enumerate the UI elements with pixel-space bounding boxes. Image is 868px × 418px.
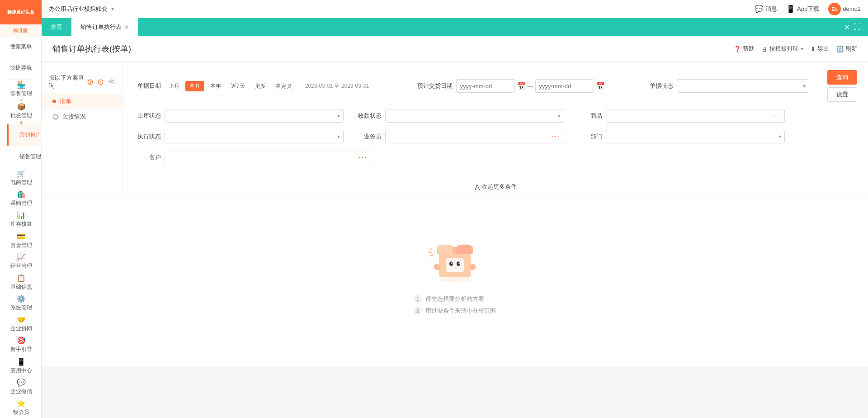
tab-close-all-icon[interactable]: ✕ — [844, 23, 850, 32]
export-btn[interactable]: ⬇ 导出 — [811, 45, 829, 53]
sidebar-item-system[interactable]: ⚙️ 系统管理 — [0, 293, 42, 314]
filter-goods-input-box[interactable]: ··· — [606, 109, 785, 123]
tab-home-label: 首页 — [51, 23, 62, 31]
date-cal-icon-end[interactable]: 📅 — [596, 82, 605, 90]
sidebar-item-finance-label: 资金管理 — [10, 242, 32, 249]
query-button[interactable]: 查询 — [827, 70, 857, 85]
filter-execution-status-select[interactable] — [165, 130, 344, 143]
sidebar-item-corp[interactable]: 🤝 企业协同 — [0, 314, 42, 334]
filter-salesperson-input-box[interactable]: ··· — [385, 130, 564, 143]
print-btn[interactable]: 🖨 按模板打印 ▾ — [762, 45, 803, 53]
svg-point-8 — [458, 262, 460, 264]
page-header: 销售订单执行表(按单) ❓ 帮助 🖨 按模板打印 ▾ ⬇ 导出 🔄 刷新 — [42, 36, 868, 62]
filter-row-1: 单据日期 上月 本月 本年 近7天 更多 自定义 2023-03-01 至 20… — [134, 70, 857, 102]
sidebar-item-wechat[interactable]: 💬 企业微信 — [0, 376, 42, 397]
empty-tips: 1 请先选择要分析的方案 2 用过滤条件来缩小分析范围 — [414, 295, 496, 315]
print-label: 按模板打印 — [769, 45, 799, 53]
topbar-app-btn[interactable]: 📱 App下载 — [786, 5, 819, 13]
date-btn-lastmonth[interactable]: 上月 — [165, 81, 184, 91]
sidebar-version-label: 标准版 — [0, 24, 42, 37]
svg-point-0 — [54, 115, 57, 119]
filter-sidebar-add-btn[interactable]: ⊕ — [87, 77, 94, 87]
filter-order-status-label: 单据状态 — [646, 82, 673, 90]
by-order-dot — [52, 100, 56, 103]
filter-main: 单据日期 上月 本月 本年 近7天 更多 自定义 2023-03-01 至 20… — [123, 63, 868, 179]
sidebar-item-wholesale[interactable]: 📦 批发管理 ▲ — [0, 102, 42, 124]
sidebar-item-inventory[interactable]: 📊 库存核算 — [0, 209, 42, 230]
sidebar-item-newbie[interactable]: 🎯 新手引导 — [0, 334, 42, 355]
collapse-label: 收起更多条件 — [481, 183, 517, 191]
filter-sidebar-title-bar: 按以下方案查询 ⊕ ⊙ ≪ — [42, 70, 123, 94]
goods-dots-btn[interactable]: ··· — [772, 112, 781, 120]
filter-sidebar-settings-btn[interactable]: ⊙ — [97, 77, 104, 87]
filter-department-select[interactable] — [606, 130, 785, 143]
sidebar-item-wechat-label: 企业微信 — [10, 388, 32, 395]
sidebar-item-member[interactable]: ⭐ 畅会员 — [0, 397, 42, 418]
export-icon: ⬇ — [811, 46, 816, 52]
date-cal-icon-start[interactable]: 📅 — [517, 82, 526, 90]
filter-sidebar-item-byorder[interactable]: 按单 — [42, 94, 123, 109]
tab-sales-order[interactable]: 销售订单执行表 ✕ — [71, 18, 138, 36]
topbar-msg-btn[interactable]: 💬 消息 — [755, 5, 777, 13]
debt-circle-icon — [52, 114, 59, 120]
tab-home[interactable]: 首页 — [42, 18, 71, 36]
tab-expand-icon[interactable]: ⛶ — [854, 23, 861, 31]
filter-order-status-wrapper — [677, 79, 810, 93]
sidebar-item-appstore[interactable]: 📱 应用中心 — [0, 355, 42, 376]
customer-dots-btn[interactable]: ··· — [359, 153, 367, 162]
filter-payment-status-select[interactable] — [385, 109, 564, 123]
filter-sidebar-item-debt[interactable]: 欠货情况 — [42, 109, 123, 124]
filter-sidebar-collapse-btn[interactable]: ≪ — [108, 77, 115, 87]
filter-delivery-status-group: 出库状态 — [134, 109, 344, 123]
sidebar-item-finance[interactable]: 💳 资金管理 — [0, 230, 42, 251]
system-icon: ⚙️ — [17, 294, 26, 303]
filter-delivery-status-select[interactable] — [165, 109, 344, 123]
topbar-user[interactable]: Ea demo2 — [828, 3, 861, 15]
topbar-dropdown-icon[interactable]: ▾ — [111, 5, 114, 12]
filter-payment-status-label: 收款状态 — [354, 112, 382, 120]
collapse-bar[interactable]: ⋀ 收起更多条件 — [123, 179, 868, 195]
filter-main-area: 单据日期 上月 本月 本年 近7天 更多 自定义 2023-03-01 至 20… — [123, 63, 868, 195]
filter-goods-label: 商品 — [575, 112, 602, 120]
filter-customer-input-box[interactable]: ··· — [165, 151, 371, 164]
settings-button[interactable]: 设置 — [827, 87, 857, 102]
empty-box-svg — [428, 232, 482, 282]
help-btn[interactable]: ❓ 帮助 — [734, 45, 755, 53]
filter-expected-date-range: 📅 — 📅 — [456, 79, 635, 93]
topbar: 办公用品行业模拟账套 ▾ 💬 消息 📱 App下载 Ea demo2 — [42, 0, 868, 18]
purchase-icon: 🛍️ — [17, 190, 26, 199]
sidebar-item-basic[interactable]: 📋 基础信息 — [0, 272, 42, 293]
salesperson-dots-btn[interactable]: ··· — [552, 133, 560, 141]
expected-date-end-input[interactable] — [535, 79, 594, 93]
wholesale-expand-icon: ▲ — [19, 119, 24, 124]
filter-customer-group: 客户 ··· — [134, 151, 371, 164]
collapse-icon: ⋀ — [475, 183, 480, 190]
expected-date-start-input[interactable] — [456, 79, 515, 93]
filter-date-range-text: 2023-03-01 至 2023-03-31 — [305, 82, 369, 90]
filter-date-group: 单据日期 上月 本月 本年 近7天 更多 自定义 2023-03-01 至 20… — [134, 81, 406, 91]
svg-rect-4 — [446, 258, 464, 272]
date-btn-custom[interactable]: 自定义 — [272, 81, 296, 91]
svg-line-9 — [430, 248, 432, 250]
sidebar-search-item[interactable]: 搜索菜单 — [0, 37, 42, 57]
date-btn-last7[interactable]: 近7天 — [227, 81, 249, 91]
filter-order-status-select[interactable] — [677, 79, 810, 93]
filter-department-label: 部门 — [575, 133, 602, 141]
filter-sidebar-item-debt-label: 欠货情况 — [62, 113, 86, 121]
filter-panel: 按以下方案查询 ⊕ ⊙ ≪ 按单 欠货情况 — [42, 63, 868, 195]
date-btn-more[interactable]: 更多 — [251, 81, 270, 91]
tip-2-text: 用过滤条件来缩小分析范围 — [425, 307, 496, 315]
sidebar-item-sales-label: 销售管理 — [19, 153, 41, 161]
sidebar-item-operation[interactable]: 📈 经营管理 — [0, 251, 42, 272]
sidebar-quick-nav[interactable]: 快捷导航 — [0, 57, 42, 78]
main-area: 办公用品行业模拟账套 ▾ 💬 消息 📱 App下载 Ea demo2 首页 — [42, 0, 868, 418]
sidebar-item-ecommerce[interactable]: 🛒 电商管理 — [0, 167, 42, 188]
finance-icon: 💳 — [17, 232, 26, 241]
refresh-btn[interactable]: 🔄 刷新 — [836, 45, 857, 53]
tab-close-icon[interactable]: ✕ — [124, 24, 129, 30]
sidebar-item-retail[interactable]: 🏪 零售管理 ▼ — [0, 81, 42, 102]
sidebar-item-purchase[interactable]: 🛍️ 采购管理 — [0, 188, 42, 209]
export-label: 导出 — [817, 45, 829, 53]
date-btn-thisyear[interactable]: 本年 — [206, 81, 225, 91]
date-btn-thismonth[interactable]: 本月 — [185, 81, 204, 91]
